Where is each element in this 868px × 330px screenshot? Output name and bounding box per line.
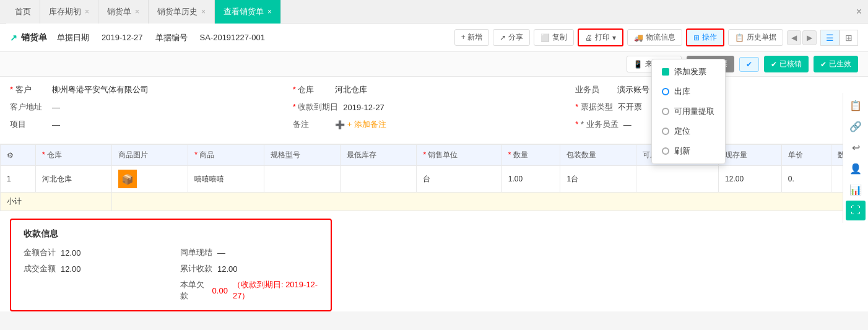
tab-home[interactable]: 首页 [6,0,40,24]
row-product: 嘻嘻嘻嘻 [188,166,264,193]
transaction-label: 成交金额 [24,263,56,274]
customer-field: 客户 柳州粤港平安气体有限公司 [10,84,293,95]
row-image: 📦 [112,166,188,193]
project-field: 项目 — [10,119,293,130]
ticket-type-value: 不开票 [618,102,642,113]
operations-dropdown: 添加发票 出库 可用量提取 定位 刷新 [651,59,726,164]
remark-label: 备注 [293,119,330,130]
same-order-label: 同单现结 [180,247,212,258]
sold-icon: ✔ [771,60,777,69]
transaction-value: 12.00 [61,264,81,274]
add-invoice-item[interactable]: 添加发票 [652,62,725,82]
sidebar-icon-3[interactable]: ↩ [846,137,866,157]
row-stock: 12.00 [719,166,782,193]
total-amount-value: 12.00 [61,248,81,258]
close-window-icon[interactable]: × [856,6,862,17]
nav-arrows: ◀ ▶ [787,30,817,45]
doc-type-label: 销货单 [21,32,47,43]
remark-field: 备注 ➕ + 添加备注 [293,119,576,130]
sidebar-icon-6[interactable]: ⛶ [846,201,866,220]
close-inventory-tab[interactable]: × [85,7,89,16]
view-toggle: ☰ ⊞ [820,30,858,46]
print-icon: 🖨 [585,33,592,42]
col-model: 规格型号 [264,145,341,166]
add-button[interactable]: + 新增 [454,29,489,46]
due-date-value: 2019-12-27 [343,103,384,112]
close-sales-tab[interactable]: × [135,7,139,16]
row-price: 0. [781,166,831,193]
sales-staff-value: — [623,120,631,129]
operations-button[interactable]: ⊞ 操作 [686,28,724,46]
effective-icon: ✔ [820,60,827,69]
operations-icon: ⊞ [693,33,700,42]
row-warehouse: 河北仓库 [36,166,112,193]
sidebar-icon-2[interactable]: 🔗 [846,116,866,136]
warehouse-label: 仓库 [293,84,330,95]
row-quantity: 1.00 [501,166,560,193]
plus-icon: ➕ [335,120,345,129]
tab-view-sales[interactable]: 查看销货单 × [215,0,281,24]
print-button[interactable]: 🖨 打印 ▾ [578,28,623,46]
outbound-item[interactable]: 出库 [652,82,725,102]
next-arrow[interactable]: ▶ [802,30,817,45]
form-row-1: 客户 柳州粤港平安气体有限公司 仓库 河北仓库 业务员 演示账号 [10,84,858,95]
close-history-tab[interactable]: × [201,7,206,16]
current-due-label: 本单欠款 [180,279,207,302]
available-qty-item[interactable]: 可用量提取 [652,102,725,121]
col-price: 单价 [781,145,831,166]
product-table: ⚙ * 仓库 商品图片 * 商品 规格型号 最低库存 * 销售单位 * 数量 包… [0,144,868,211]
row-unit: 台 [417,166,501,193]
close-view-sales-tab[interactable]: × [267,7,272,16]
list-view-btn[interactable]: ☰ [820,30,840,46]
current-due-item: 本单欠款 0.00 （收款到期日: 2019-12-27） [180,279,318,302]
check-button[interactable]: ✔ [739,57,759,72]
date-label: 单据日期 [57,32,89,43]
col-quantity: * 数量 [501,145,560,166]
col-gear: ⚙ [1,145,36,166]
outbound-icon [662,88,669,95]
add-remark-button[interactable]: ➕ + 添加备注 [335,119,386,130]
col-stock: 现存量 [719,145,782,166]
copy-icon: ⬜ [540,33,550,42]
col-pack-qty: 包装数量 [560,145,636,166]
refresh-item[interactable]: 刷新 [652,141,725,161]
number-value: SA-20191227-001 [200,33,266,42]
warehouse-field: 仓库 河北仓库 [293,84,576,95]
history-button[interactable]: 📋 历史单据 [728,29,783,46]
tab-sales-history[interactable]: 销货单历史 × [149,0,215,24]
add-invoice-icon [662,68,669,76]
locate-item[interactable]: 定位 [652,121,725,141]
tab-sales[interactable]: 销货单 × [98,0,149,24]
form-row-3: 项目 — 备注 ➕ + 添加备注 * 业务员孟 — [10,119,858,130]
col-product: * 商品 [188,145,264,166]
order-table: ⚙ * 仓库 商品图片 * 商品 规格型号 最低库存 * 销售单位 * 数量 包… [0,144,868,211]
prev-arrow[interactable]: ◀ [787,30,801,45]
share-icon: ↗ [500,33,506,42]
current-due-value: 0.00 [212,286,228,295]
copy-button[interactable]: ⬜ 复制 [534,29,574,46]
tab-inventory[interactable]: 库存期初 × [40,0,98,24]
refresh-icon [662,147,669,155]
date-value: 2019-12-27 [102,33,143,42]
total-amount-label: 金额合计 [24,247,56,258]
row-model [264,166,341,193]
product-image: 📦 [118,170,137,188]
effective-button[interactable]: ✔ 已生效 [814,56,858,72]
sidebar-icon-1[interactable]: 📋 [846,95,866,115]
form-section: 客户 柳州粤港平安气体有限公司 仓库 河北仓库 业务员 演示账号 客户地址 — [0,77,868,144]
right-sidebar: 📋 🔗 ↩ 👤 📊 ⛶ [843,93,868,223]
action-bar: 📱 来自手机 🔘 未开票 ✔ ✔ 已核销 ✔ 已生效 [0,52,868,77]
col-unit: * 销售单位 [417,145,501,166]
sidebar-icon-4[interactable]: 👤 [846,158,866,178]
logistics-button[interactable]: 🚚 物流信息 [627,29,682,46]
mobile-icon: 📱 [633,60,643,69]
sales-order-icon: ↗ [10,33,17,43]
grid-view-btn[interactable]: ⊞ [840,30,858,46]
sold-button[interactable]: ✔ 已核销 [764,56,809,72]
document-meta: 单据日期 2019-12-27 单据编号 SA-20191227-001 [57,32,265,43]
share-button[interactable]: ↗ 分享 [493,29,530,46]
subtotal-label: 小计 [1,193,112,211]
gear-icon: ⚙ [7,151,14,160]
form-row-2: 客户地址 — 收款到期日 2019-12-27 票据类型 不开票 [10,102,858,113]
sidebar-icon-5[interactable]: 📊 [846,180,866,199]
